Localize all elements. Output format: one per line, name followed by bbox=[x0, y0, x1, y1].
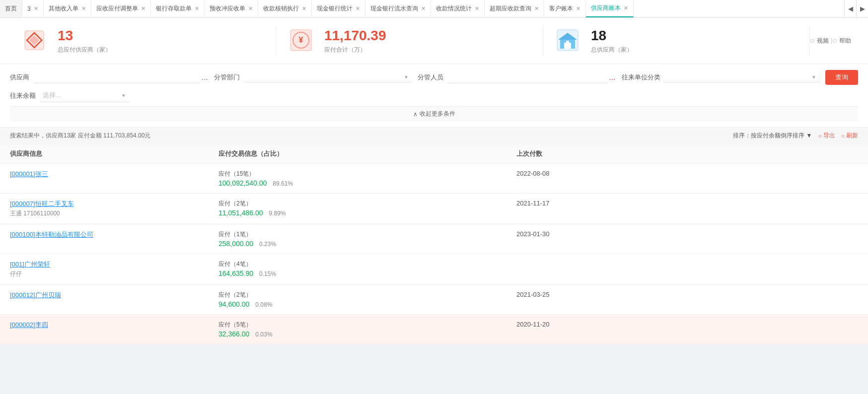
transaction-pct-3: 0.15% bbox=[259, 270, 276, 277]
supplier-dots-button[interactable]: ... bbox=[201, 73, 208, 82]
table-body: [000001]张三 应付（15笔） 100,092,540.00 89.61%… bbox=[0, 164, 868, 344]
result-bar-right: 排序：按应付余额倒序排序 ▼ ○ 导出 ○ 刷新 bbox=[733, 131, 858, 140]
transaction-amount-2: 258,000.00 bbox=[218, 240, 253, 248]
table-container: 供应商信息 应付交易信息（占比） 上次付数 [000001]张三 应付（15笔）… bbox=[0, 144, 868, 344]
last-pay-cell-5: 2020-11-20 bbox=[516, 321, 858, 328]
close-icon-receipt-verify[interactable]: ✕ bbox=[302, 5, 306, 12]
refresh-button[interactable]: ○ 刷新 bbox=[841, 131, 858, 140]
transaction-row-4: 94,600.00 0.08% bbox=[218, 300, 516, 308]
transaction-cell-2: 应付（1笔） 258,000.00 0.23% bbox=[218, 230, 516, 248]
nav-item-cash-bank-flow[interactable]: 现金银行流水查询 ✕ bbox=[365, 0, 431, 17]
close-icon-overdue-query[interactable]: ✕ bbox=[534, 5, 539, 12]
transaction-label-3: 应付（4笔） bbox=[218, 260, 516, 268]
supplier-cell-3: [001]广州荣轩 仔仔 bbox=[10, 260, 218, 278]
store-icon bbox=[553, 26, 583, 56]
last-pay-date-0: 2022-08-08 bbox=[516, 170, 550, 177]
close-icon-tab3[interactable]: ✕ bbox=[34, 5, 38, 12]
transaction-label-5: 应付（5笔） bbox=[218, 321, 516, 329]
nav-label-cash-bank-stat: 现金银行统计 bbox=[317, 4, 353, 13]
supplier-link-5[interactable]: [000002]李四 bbox=[10, 321, 218, 329]
close-icon-other-income[interactable]: ✕ bbox=[81, 5, 86, 12]
collapse-button[interactable]: ∧ 收起更多条件 bbox=[10, 106, 858, 121]
nav-item-home[interactable]: 首页 bbox=[0, 0, 22, 17]
summary-card-ap-total: ¥ 11,170.39 应付合计（万） bbox=[277, 26, 543, 56]
supplier-link-1[interactable]: [000007]恒旺二手叉车 bbox=[10, 199, 218, 208]
refresh-label: 刷新 bbox=[846, 131, 858, 140]
nav-label-supplier-account: 供应商账本 bbox=[591, 4, 621, 12]
search-button[interactable]: 查询 bbox=[825, 70, 858, 85]
nav-item-other-income[interactable]: 其他收入单 ✕ bbox=[44, 0, 91, 17]
nav-label-bank-deposit: 银行存取款单 bbox=[156, 4, 192, 13]
col-header-last-pay: 上次付数 bbox=[516, 149, 858, 158]
nav-prev-button[interactable]: ◀ bbox=[844, 0, 856, 18]
table-row: [000007]恒旺二手叉车 王通 17106110000 应付（2笔） 11,… bbox=[0, 194, 868, 224]
nav-item-ap-adjust[interactable]: 应收应付调整单 ✕ bbox=[91, 0, 151, 17]
help-link[interactable]: 帮助 bbox=[839, 37, 851, 45]
nav-item-customer-account[interactable]: 客户账本 ✕ bbox=[544, 0, 586, 17]
close-icon-advance-reconcile[interactable]: ✕ bbox=[248, 5, 253, 12]
dept-filter-label: 分管部门 bbox=[214, 73, 240, 82]
close-icon-supplier-account[interactable]: ✕ bbox=[624, 5, 628, 11]
table-row: [000001]张三 应付（15笔） 100,092,540.00 89.61%… bbox=[0, 164, 868, 194]
table-row: [000002]李四 应付（5笔） 32,366.00 0.03% 2020-1… bbox=[0, 315, 868, 344]
nav-item-tab3[interactable]: 3 ✕ bbox=[22, 0, 44, 17]
last-pay-date-2: 2023-01-30 bbox=[516, 230, 550, 238]
supplier-link-3[interactable]: [001]广州荣轩 bbox=[10, 260, 218, 269]
dept-select-button[interactable]: ▼ bbox=[244, 72, 412, 82]
summary-bar: 13 总应付供应商（家） ¥ 11,170.39 应付合计（万） bbox=[0, 18, 868, 64]
top-right-links: ⊙ 视频 | ⊙ 帮助 bbox=[810, 37, 858, 45]
summary-number-ap-total: 11,170.39 bbox=[324, 27, 386, 44]
coin-icon: ¥ bbox=[287, 26, 316, 56]
nav-label-customer-account: 客户账本 bbox=[549, 4, 573, 13]
nav-label-receipt-verify: 收款核销执行 bbox=[263, 4, 299, 13]
nav-label-cash-bank-flow: 现金银行流水查询 bbox=[370, 4, 418, 13]
transaction-pct-4: 0.08% bbox=[255, 301, 272, 308]
transaction-row-0: 100,092,540.00 89.61% bbox=[218, 179, 516, 187]
category-filter-label: 往来单位分类 bbox=[622, 73, 660, 82]
supplier-link-0[interactable]: [000001]张三 bbox=[10, 170, 218, 179]
category-select-button[interactable]: ▼ bbox=[664, 72, 820, 82]
transaction-cell-3: 应付（4笔） 164,635.90 0.15% bbox=[218, 260, 516, 277]
person-input[interactable] bbox=[447, 71, 608, 83]
close-icon-receipt-stat[interactable]: ✕ bbox=[475, 5, 479, 12]
nav-item-receipt-stat[interactable]: 收款情况统计 ✕ bbox=[431, 0, 485, 17]
transaction-label-4: 应付（2笔） bbox=[218, 291, 516, 299]
sort-button[interactable]: 排序：按应付余额倒序排序 ▼ bbox=[733, 131, 812, 140]
transaction-label-0: 应付（15笔） bbox=[218, 170, 516, 178]
nav-item-overdue-query[interactable]: 超期应收款查询 ✕ bbox=[485, 0, 544, 17]
supplier-cell-0: [000001]张三 bbox=[10, 170, 218, 179]
close-icon-bank-deposit[interactable]: ✕ bbox=[195, 5, 199, 12]
nav-item-cash-bank-stat[interactable]: 现金银行统计 ✕ bbox=[312, 0, 365, 17]
summary-label-total-suppliers: 总供应商（家） bbox=[591, 46, 633, 54]
supplier-input[interactable] bbox=[33, 71, 200, 83]
video-link[interactable]: 视频 bbox=[817, 37, 829, 45]
person-dots-button[interactable]: ... bbox=[609, 73, 615, 82]
export-button[interactable]: ○ 导出 bbox=[818, 131, 835, 140]
supplier-link-2[interactable]: [000100]本特勒油品有限公司 bbox=[10, 230, 218, 239]
close-icon-cash-bank-stat[interactable]: ✕ bbox=[356, 5, 360, 12]
last-pay-cell-1: 2021-11-17 bbox=[516, 199, 858, 207]
transaction-pct-5: 0.03% bbox=[255, 331, 272, 338]
nav-next-button[interactable]: ▶ bbox=[856, 0, 868, 18]
summary-card-payable-suppliers: 13 总应付供应商（家） bbox=[10, 26, 277, 56]
person-filter-label: 分管人员 bbox=[418, 73, 443, 82]
nav-label-tab3: 3 bbox=[27, 5, 31, 12]
close-icon-customer-account[interactable]: ✕ bbox=[576, 5, 580, 12]
last-pay-cell-2: 2023-01-30 bbox=[516, 230, 858, 238]
close-icon-cash-bank-flow[interactable]: ✕ bbox=[421, 5, 426, 12]
nav-item-supplier-account[interactable]: 供应商账本 ✕ bbox=[586, 0, 634, 17]
transaction-label-2: 应付（1笔） bbox=[218, 230, 516, 239]
supplier-link-4[interactable]: [000012]广州贝瑞 bbox=[10, 291, 218, 300]
supplier-cell-1: [000007]恒旺二手叉车 王通 17106110000 bbox=[10, 199, 218, 218]
nav-item-receipt-verify[interactable]: 收款核销执行 ✕ bbox=[258, 0, 312, 17]
result-summary-text: 搜索结果中，供应商13家 应付金额 111,703,854.00元 bbox=[10, 131, 150, 140]
balance-select-button[interactable]: 选择... ▼ bbox=[40, 89, 129, 102]
svg-text:¥: ¥ bbox=[299, 36, 303, 44]
summary-label-payable-suppliers: 总应付供应商（家） bbox=[58, 46, 111, 54]
filter-dept: 分管部门 ▼ bbox=[214, 72, 412, 82]
nav-item-bank-deposit[interactable]: 银行存取款单 ✕ bbox=[151, 0, 205, 17]
circle-play-icon: ⊙ bbox=[810, 37, 815, 44]
nav-item-advance-reconcile[interactable]: 预收冲应收单 ✕ bbox=[205, 0, 258, 17]
close-icon-ap-adjust[interactable]: ✕ bbox=[141, 5, 145, 12]
filter-supplier: 供应商 ... bbox=[10, 71, 208, 83]
